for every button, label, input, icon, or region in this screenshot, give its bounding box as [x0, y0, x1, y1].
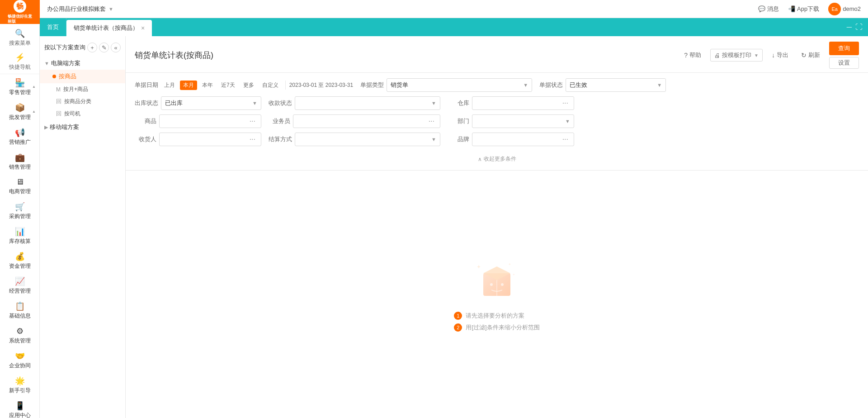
salesman-input[interactable] — [297, 118, 427, 125]
settings-btn[interactable]: 设置 — [829, 57, 859, 69]
sidebar-item-retail[interactable]: 🏪 零售管理 ▲ — [0, 74, 39, 99]
scheme-by-product[interactable]: 按商品 — [40, 70, 125, 83]
filter-payment: 结算方式 ▼ — [269, 133, 440, 146]
filter-receiptstatus-control[interactable]: ▼ — [295, 96, 440, 110]
sidebar-item-finance[interactable]: 💰 资金管理 — [0, 248, 39, 273]
date-btn-thisyear[interactable]: 本年 — [199, 81, 216, 90]
brand-more-icon[interactable]: ··· — [561, 135, 570, 143]
department-chevron-icon: ▼ — [565, 119, 570, 124]
mobile-scheme-group-header[interactable]: ▶ 移动端方案 — [40, 121, 125, 133]
salesman-more-icon[interactable]: ··· — [427, 117, 436, 125]
clerk-icon: 回 — [56, 110, 61, 118]
sidebar-item-enterprise[interactable]: 🤝 企业协同 — [0, 347, 39, 372]
filter-row-3: 商品 ··· 业务员 ··· 部门 — [135, 114, 859, 128]
filter-row-4: 收货人 ··· 结算方式 ▼ 品牌 — [135, 133, 859, 146]
date-btn-lastmonth[interactable]: 上月 — [161, 81, 178, 90]
department-input[interactable] — [476, 118, 565, 125]
scheme-by-clerk[interactable]: 回 按司机 — [40, 108, 125, 120]
minimize-icon[interactable]: ─ — [847, 23, 852, 31]
edit-scheme-btn[interactable]: ✎ — [99, 43, 109, 52]
filter-consignee-control[interactable]: ··· — [159, 133, 261, 146]
filter-row-2: 出库状态 已出库 ▼ 收款状态 ▼ 仓库 — [135, 96, 859, 110]
sidebar-item-inventory[interactable]: 📊 库存核算 — [0, 223, 39, 248]
empty-steps: 1 请先选择要分析的方案 2 用[过滤]条件来缩小分析范围 — [454, 312, 539, 332]
appcenter-icon: 📱 — [15, 401, 25, 411]
warehouse-input[interactable] — [476, 100, 561, 107]
edit-icon: ✎ — [102, 44, 107, 51]
filter-payment-control[interactable]: ▼ — [295, 133, 440, 146]
help-icon: ? — [684, 52, 688, 59]
retail-icon: 🏪 — [15, 78, 25, 88]
consignee-more-icon[interactable]: ··· — [248, 135, 257, 143]
filter-brand-control[interactable]: ··· — [472, 133, 574, 146]
tab-close-icon[interactable]: × — [141, 24, 145, 32]
wholesale-arrow-icon: ▲ — [32, 109, 36, 114]
sidebar-item-marketing[interactable]: 📢 营销推广 — [0, 124, 39, 149]
collapse-panel-btn[interactable]: « — [111, 43, 121, 52]
collapse-btn[interactable]: ∧ 收起更多条件 — [472, 153, 522, 165]
sidebar-item-ecommerce[interactable]: 🖥 电商管理 — [0, 174, 39, 198]
sidebar-item-basic[interactable]: 📋 基础信息 — [0, 298, 39, 323]
outstatus-chevron-icon: ▼ — [252, 100, 257, 106]
scheme-by-category[interactable]: 回 按商品分类 — [40, 95, 125, 108]
scheme-by-month-product[interactable]: M 按月+商品 — [40, 83, 125, 95]
sidebar-item-newbie[interactable]: 🌟 新手引导 — [0, 372, 39, 397]
month-product-icon: M — [56, 86, 61, 93]
filter-salesman-control[interactable]: ··· — [293, 114, 440, 128]
brand-input[interactable] — [476, 136, 561, 143]
filter-warehouse: 仓库 ··· — [448, 96, 574, 110]
sidebar-item-wholesale[interactable]: 📦 批发管理 ▲ — [0, 99, 39, 124]
sidebar-item-purchase[interactable]: 🛒 采购管理 — [0, 198, 39, 223]
pc-group-header[interactable]: ▼ 电脑端方案 — [40, 57, 125, 70]
quick-nav[interactable]: ⚡ 快捷导航 — [0, 50, 39, 74]
consignee-input[interactable] — [163, 136, 248, 143]
pc-scheme-group: ▼ 电脑端方案 按商品 M 按月+商品 回 按商品分类 回 按司机 — [40, 56, 125, 121]
filter-product: 商品 ··· — [135, 114, 261, 128]
sidebar-item-sales[interactable]: 💼 销售管理 — [0, 149, 39, 174]
date-btn-more[interactable]: 更多 — [240, 81, 257, 90]
payment-chevron-icon: ▼ — [431, 137, 436, 142]
filter-outstatus-control[interactable]: 已出库 ▼ — [161, 96, 261, 110]
tab-active[interactable]: 销货单统计表（按商品） × — [66, 20, 152, 36]
query-btn[interactable]: 查询 — [829, 42, 859, 55]
search-menu[interactable]: 🔍 搜索菜单 — [0, 24, 39, 50]
maximize-icon[interactable]: ⛶ — [855, 23, 863, 31]
warehouse-more-icon[interactable]: ··· — [561, 99, 570, 107]
user-profile[interactable]: Ea demo2 — [828, 3, 861, 15]
add-scheme-btn[interactable]: + — [87, 43, 97, 52]
date-btn-7days[interactable]: 近7天 — [218, 81, 238, 90]
filter-outstatus: 出库状态 已出库 ▼ — [135, 96, 261, 110]
sidebar-item-operation[interactable]: 📈 经营管理 — [0, 273, 39, 298]
filter-warehouse-control[interactable]: ··· — [472, 96, 574, 110]
topbar-right: 💬 消息 📲 App下载 Ea demo2 — [758, 3, 861, 15]
payment-input[interactable] — [299, 136, 431, 143]
app-download-btn[interactable]: 📲 App下载 — [788, 5, 819, 13]
category-icon: 回 — [56, 98, 61, 105]
filter-brand: 品牌 ··· — [448, 133, 574, 146]
filter-product-control[interactable]: ··· — [159, 114, 261, 128]
refresh-btn[interactable]: ↻ 刷新 — [797, 49, 824, 61]
message-btn[interactable]: 💬 消息 — [758, 5, 779, 13]
filter-doctype-control[interactable]: 销货单 ▼ — [387, 78, 532, 92]
export-btn[interactable]: ↓ 导出 — [768, 49, 792, 61]
empty-state: ✦ ✦ ✦ 1 请先选择要分析的方案 2 用[过滤]条件来缩小分析范围 — [126, 171, 868, 418]
receipt-status-input[interactable] — [299, 100, 431, 107]
collapse-chevron-icon: ∧ — [478, 156, 482, 162]
filter-department-control[interactable]: ▼ — [472, 114, 574, 128]
date-btn-thismonth[interactable]: 本月 — [180, 81, 197, 90]
product-more-icon[interactable]: ··· — [248, 117, 257, 125]
help-btn[interactable]: ? 帮助 — [680, 49, 705, 61]
product-input[interactable] — [163, 118, 248, 125]
sidebar-item-system[interactable]: ⚙ 系统管理 — [0, 323, 39, 347]
topbar-dropdown-icon[interactable]: ▼ — [108, 6, 113, 12]
date-btn-custom[interactable]: 自定义 — [259, 81, 282, 90]
page-content: 按以下方案查询 + ✎ « ▼ 电脑端方案 — [40, 36, 868, 418]
print-btn[interactable]: 🖨 按模板打印 ▼ — [710, 49, 763, 62]
filter-area: 单据日期 上月 本月 本年 近7天 更多 自定义 2023-03 — [126, 73, 868, 171]
sidebar-item-appcenter[interactable]: 📱 应用中心 — [0, 397, 39, 418]
filter-docstatus-control[interactable]: 已生效 ▼ — [566, 78, 666, 92]
collapse-bar: ∧ 收起更多条件 — [135, 151, 859, 165]
left-panel-header: 按以下方案查询 + ✎ « — [40, 41, 125, 56]
topbar: 办公用品行业模拟账套 ▼ 💬 消息 📲 App下载 Ea demo2 — [40, 0, 868, 18]
tab-home[interactable]: 首页 — [40, 18, 66, 36]
